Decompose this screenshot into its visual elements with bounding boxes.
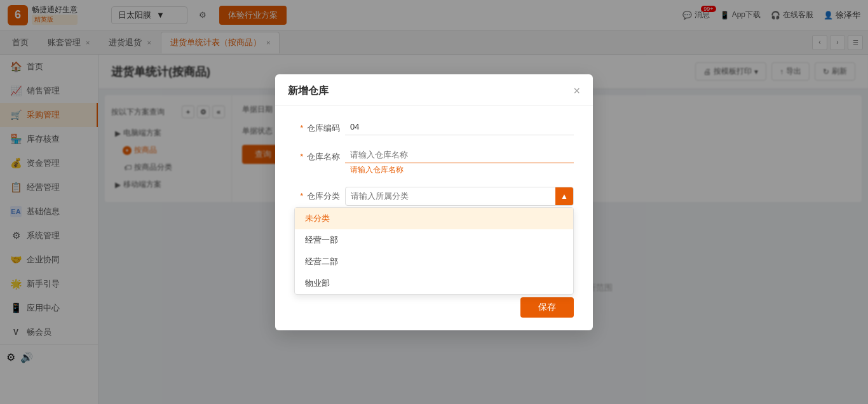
new-warehouse-modal: 新增仓库 × * 仓库编码 (275, 74, 593, 330)
name-label: * 仓库名称 (294, 147, 345, 163)
dropdown-item-ops2[interactable]: 经营二部 (295, 251, 573, 273)
name-label-text: 仓库名称 (307, 152, 340, 161)
category-form-row: * 仓库分类 ▲ 未分类 经营一部 经营二部 (294, 187, 574, 206)
save-button[interactable]: 保存 (520, 297, 574, 318)
code-label: * 仓库编码 (294, 119, 345, 134)
code-label-text: 仓库编码 (307, 123, 340, 133)
modal-footer: 保存 (275, 297, 593, 318)
code-form-row: * 仓库编码 (294, 119, 574, 135)
modal-body: * 仓库编码 * 仓库名称 (275, 106, 593, 297)
name-input-row: * 仓库名称 (294, 147, 574, 163)
content-area: 进货单统计(按商品) 🖨 按模板打印 ▾ ↑ 导出 ↻ (98, 55, 868, 404)
category-required-star: * (300, 191, 303, 201)
category-label-text: 仓库分类 (307, 191, 340, 201)
dropdown-item-uncategorized[interactable]: 未分类 (295, 208, 573, 229)
category-arrow-btn[interactable]: ▲ (555, 187, 573, 205)
modal-overlay: 新增仓库 × * 仓库编码 (98, 55, 868, 404)
category-label: * 仓库分类 (294, 187, 345, 202)
dropdown-item-property[interactable]: 物业部 (295, 273, 573, 294)
name-input[interactable] (345, 147, 574, 163)
name-form-row: * 仓库名称 请输入仓库名称 (294, 147, 574, 175)
modal-header: 新增仓库 × (275, 74, 593, 106)
category-input[interactable] (346, 188, 555, 204)
category-input-wrap: ▲ (345, 187, 574, 206)
code-required-star: * (300, 123, 303, 133)
code-input[interactable] (345, 119, 574, 135)
modal-close-button[interactable]: × (573, 84, 580, 98)
name-error-message: 请输入仓库名称 (350, 165, 403, 175)
main-layout: 🏠 首页 📈 销售管理 🛒 采购管理 🏪 库存核查 💰 资金管理 📋 经 (0, 55, 868, 404)
modal-title: 新增仓库 (288, 84, 329, 98)
name-required-star: * (300, 152, 303, 161)
category-dropdown: 未分类 经营一部 经营二部 物业部 (294, 207, 574, 295)
dropdown-item-ops1[interactable]: 经营一部 (295, 229, 573, 251)
